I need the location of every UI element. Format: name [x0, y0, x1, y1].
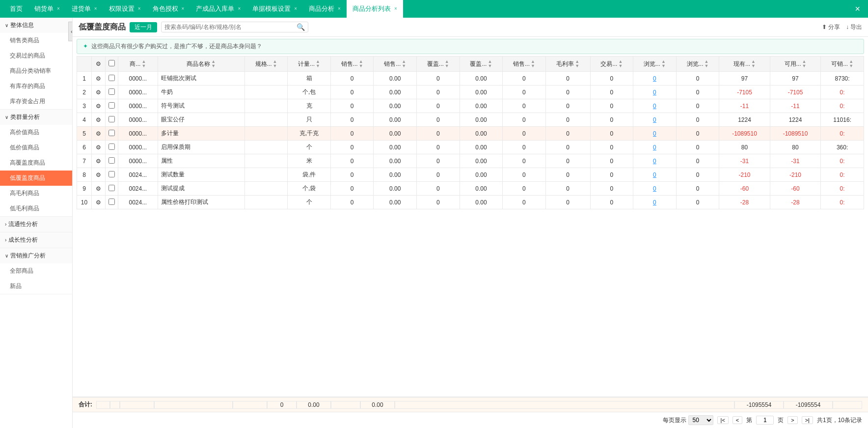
- sidebar-item-high-value[interactable]: 高价值商品: [0, 125, 72, 140]
- page-number-input[interactable]: [756, 416, 774, 425]
- nav-global-close[interactable]: ×: [851, 4, 864, 14]
- sort-icon-unit[interactable]: ▲▼: [316, 59, 320, 68]
- sidebar-item-new-products[interactable]: 新品: [0, 279, 72, 294]
- row-browse1-3[interactable]: 0: [633, 113, 677, 127]
- row-settings-1[interactable]: ⚙: [92, 86, 106, 99]
- row-settings-0[interactable]: ⚙: [92, 72, 106, 86]
- nav-item-permissions[interactable]: 权限设置 ×: [103, 0, 147, 18]
- sidebar-collapse-button[interactable]: «: [68, 22, 73, 41]
- row-checkbox-5[interactable]: [106, 141, 118, 154]
- prev-page-button[interactable]: <: [732, 416, 742, 424]
- nav-item-product-analysis-list[interactable]: 商品分析列表 ×: [347, 0, 403, 18]
- sidebar-group-marketing[interactable]: ∨ 营销推广分析: [0, 248, 72, 263]
- sidebar-item-low-margin[interactable]: 低毛利商品: [0, 201, 72, 216]
- sort-icon-sales3[interactable]: ▲▼: [531, 59, 535, 68]
- row-check-9[interactable]: [108, 199, 115, 205]
- row-checkbox-8[interactable]: [106, 182, 118, 196]
- row-check-1[interactable]: [108, 88, 115, 95]
- nav-close-roles[interactable]: ×: [182, 0, 185, 18]
- nav-close-finished-goods[interactable]: ×: [238, 0, 241, 18]
- sort-icon-sales-qty[interactable]: ▲▼: [359, 59, 363, 68]
- sidebar-group-overall[interactable]: ∨ 整体信息: [0, 18, 72, 33]
- row-check-7[interactable]: [108, 171, 115, 177]
- row-checkbox-7[interactable]: [106, 168, 118, 182]
- share-button[interactable]: ⬆ 分享: [822, 23, 840, 31]
- export-button[interactable]: ↓ 导出: [846, 23, 862, 31]
- nav-close-purchase[interactable]: ×: [94, 0, 97, 18]
- row-check-8[interactable]: [108, 185, 115, 191]
- sidebar-item-high-coverage[interactable]: 高覆盖度商品: [0, 155, 72, 171]
- sort-icon-browse2[interactable]: ▲▼: [705, 59, 709, 68]
- nav-item-finished-goods[interactable]: 产成品入库单 ×: [190, 0, 246, 18]
- sidebar-item-stocked-products[interactable]: 有库存的商品: [0, 79, 72, 94]
- sort-icon-sellable[interactable]: ▲▼: [849, 59, 853, 68]
- nav-item-home[interactable]: 首页: [4, 0, 28, 18]
- last-page-button[interactable]: >|: [802, 416, 813, 424]
- sort-icon-sales-amt[interactable]: ▲▼: [402, 59, 406, 68]
- row-browse1-6[interactable]: 0: [633, 154, 677, 168]
- row-settings-8[interactable]: ⚙: [92, 182, 106, 196]
- first-page-button[interactable]: |<: [717, 416, 729, 424]
- sort-icon-spec[interactable]: ▲▼: [273, 59, 277, 68]
- sidebar-item-sales-products[interactable]: 销售类商品: [0, 33, 72, 48]
- sort-icon-gross-margin[interactable]: ▲▼: [575, 59, 579, 68]
- sort-icon-transaction[interactable]: ▲▼: [618, 59, 623, 68]
- nav-close-product-analysis[interactable]: ×: [338, 0, 341, 18]
- next-page-button[interactable]: >: [787, 416, 797, 424]
- row-checkbox-4[interactable]: [106, 127, 118, 141]
- row-check-4[interactable]: [108, 130, 115, 136]
- nav-close-permissions[interactable]: ×: [138, 0, 141, 18]
- sidebar-item-category-rate[interactable]: 商品分类动销率: [0, 63, 72, 79]
- nav-item-roles[interactable]: 角色授权 ×: [147, 0, 190, 18]
- nav-close-templates[interactable]: ×: [294, 0, 297, 18]
- row-browse1-1[interactable]: 0: [633, 86, 677, 99]
- sort-icon-code[interactable]: ▲▼: [141, 59, 146, 68]
- search-input[interactable]: [164, 24, 297, 30]
- row-settings-5[interactable]: ⚙: [92, 141, 106, 154]
- row-check-3[interactable]: [108, 116, 115, 122]
- row-settings-9[interactable]: ⚙: [92, 196, 106, 209]
- row-settings-2[interactable]: ⚙: [92, 99, 106, 113]
- row-browse1-7[interactable]: 0: [633, 168, 677, 182]
- row-check-6[interactable]: [108, 157, 115, 164]
- row-browse1-4[interactable]: 0: [633, 127, 677, 141]
- row-checkbox-0[interactable]: [106, 72, 118, 86]
- nav-close-product-analysis-list[interactable]: ×: [394, 0, 397, 18]
- nav-close-sales[interactable]: ×: [57, 0, 60, 18]
- sidebar-item-low-value[interactable]: 低价值商品: [0, 140, 72, 155]
- nav-item-templates[interactable]: 单据模板设置 ×: [246, 0, 303, 18]
- sidebar-item-stock-capital[interactable]: 库存资金占用: [0, 94, 72, 109]
- row-checkbox-9[interactable]: [106, 196, 118, 209]
- sort-icon-current-stock[interactable]: ▲▼: [751, 59, 756, 68]
- nav-item-purchase[interactable]: 进货单 ×: [66, 0, 103, 18]
- row-settings-4[interactable]: ⚙: [92, 127, 106, 141]
- sidebar-item-high-margin[interactable]: 高毛利商品: [0, 186, 72, 201]
- page-size-select-input[interactable]: 20 50 100: [688, 415, 713, 425]
- row-browse1-5[interactable]: 0: [633, 141, 677, 154]
- row-browse1-9[interactable]: 0: [633, 196, 677, 209]
- row-checkbox-2[interactable]: [106, 99, 118, 113]
- row-browse1-8[interactable]: 0: [633, 182, 677, 196]
- checkbox-col-header[interactable]: [106, 57, 118, 72]
- sidebar-item-all-products[interactable]: 全部商品: [0, 263, 72, 279]
- select-all-checkbox[interactable]: [108, 60, 115, 66]
- period-button[interactable]: 近一月: [130, 22, 157, 32]
- sort-icon-cover1[interactable]: ▲▼: [445, 59, 449, 68]
- sort-icon-browse1[interactable]: ▲▼: [661, 59, 666, 68]
- sidebar-item-low-coverage[interactable]: 低覆盖度商品: [0, 171, 72, 186]
- row-settings-6[interactable]: ⚙: [92, 154, 106, 168]
- nav-item-sales[interactable]: 销货单 ×: [28, 0, 66, 18]
- sort-icon-cover2[interactable]: ▲▼: [488, 59, 492, 68]
- row-settings-3[interactable]: ⚙: [92, 113, 106, 127]
- settings-col-header[interactable]: ⚙: [92, 57, 106, 72]
- sidebar-group-growth[interactable]: › 成长性分析: [0, 232, 72, 248]
- row-browse1-0[interactable]: 0: [633, 72, 677, 86]
- row-checkbox-6[interactable]: [106, 154, 118, 168]
- row-check-0[interactable]: [108, 75, 115, 81]
- sort-icon-available-stock[interactable]: ▲▼: [802, 59, 807, 68]
- sidebar-group-liquidity[interactable]: › 流通性分析: [0, 217, 72, 232]
- sidebar-item-traded-products[interactable]: 交易过的商品: [0, 48, 72, 63]
- nav-item-product-analysis[interactable]: 商品分析 ×: [303, 0, 347, 18]
- sidebar-group-cluster[interactable]: ∨ 类群量分析: [0, 110, 72, 125]
- sort-icon-name[interactable]: ▲▼: [211, 59, 216, 68]
